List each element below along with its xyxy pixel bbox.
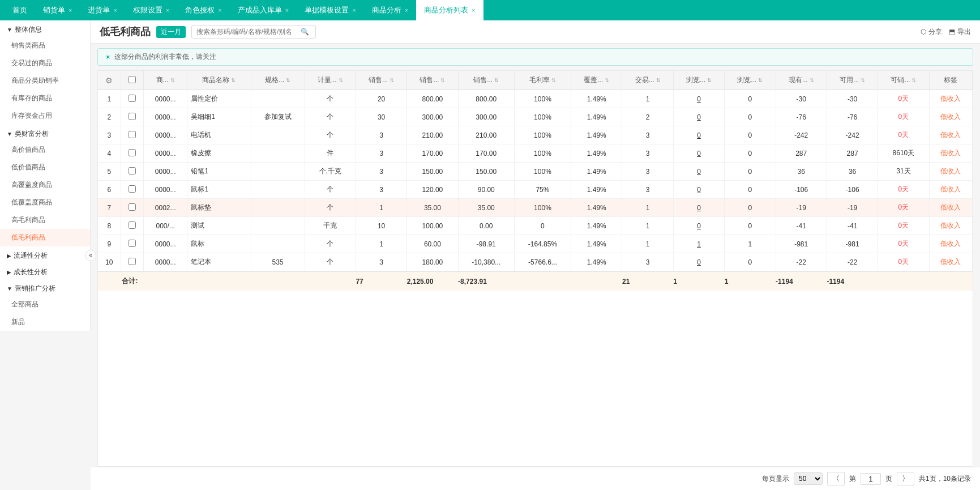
settings-icon[interactable]: ⚙ bbox=[105, 76, 113, 85]
nav-role-auth[interactable]: 角色授权 × bbox=[177, 0, 229, 20]
row-view1[interactable]: 0 bbox=[673, 108, 724, 126]
row-view1[interactable]: 0 bbox=[673, 126, 724, 144]
row-no: 5 bbox=[98, 163, 121, 181]
row-checkbox[interactable] bbox=[129, 185, 136, 193]
row-checkbox-cell[interactable] bbox=[121, 181, 143, 199]
col-unit[interactable]: 计量...⇅ bbox=[305, 71, 356, 90]
sidebar-item-category-rate[interactable]: 商品分类助销率 bbox=[0, 72, 90, 90]
nav-close-icon[interactable]: × bbox=[218, 7, 221, 14]
row-checkbox[interactable] bbox=[129, 258, 136, 265]
data-table-wrapper[interactable]: ⚙ 商...⇅ 商品名称⇅ 规格...⇅ bbox=[97, 70, 973, 467]
next-page-button[interactable]: 〉 bbox=[897, 472, 914, 485]
nav-close-icon[interactable]: × bbox=[285, 7, 289, 14]
row-checkbox[interactable] bbox=[129, 240, 136, 247]
sidebar-group-overall[interactable]: ▼ 整体信息 bbox=[0, 20, 90, 37]
row-view1[interactable]: 0 bbox=[673, 144, 724, 163]
page-number-input[interactable] bbox=[861, 473, 881, 485]
sidebar-item-low-coverage[interactable]: 低覆盖度商品 bbox=[0, 194, 90, 211]
filter-period-button[interactable]: 近一月 bbox=[156, 26, 186, 38]
row-checkbox[interactable] bbox=[129, 203, 136, 211]
row-checkbox[interactable] bbox=[129, 113, 136, 120]
col-sales-price[interactable]: 销售...⇅ bbox=[407, 71, 458, 90]
search-input[interactable] bbox=[196, 28, 298, 36]
sidebar-collapse-button[interactable]: « bbox=[85, 250, 96, 261]
col-available[interactable]: 可用...⇅ bbox=[827, 71, 878, 90]
col-tag[interactable]: 标签 bbox=[929, 71, 972, 90]
col-code[interactable]: 商...⇅ bbox=[143, 71, 187, 90]
sidebar-item-stocked-products[interactable]: 有库存的商品 bbox=[0, 90, 90, 107]
row-view1[interactable]: 1 bbox=[673, 235, 724, 253]
total-trade: 21 bbox=[622, 271, 673, 291]
col-current-stock[interactable]: 现有...⇅ bbox=[776, 71, 827, 90]
sidebar-item-traded-products[interactable]: 交易过的商品 bbox=[0, 54, 90, 72]
row-checkbox[interactable] bbox=[129, 167, 136, 174]
row-view1[interactable]: 0 bbox=[673, 217, 724, 235]
search-icon[interactable]: 🔍 bbox=[301, 28, 309, 36]
row-checkbox-cell[interactable] bbox=[121, 199, 143, 217]
row-view1[interactable]: 0 bbox=[673, 199, 724, 217]
export-button[interactable]: ⬒ 导出 bbox=[949, 27, 971, 37]
nav-close-icon[interactable]: × bbox=[405, 7, 408, 14]
row-checkbox-cell[interactable] bbox=[121, 217, 143, 235]
row-checkbox-cell[interactable] bbox=[121, 144, 143, 163]
nav-purchase-order[interactable]: 进货单 × bbox=[80, 0, 125, 20]
nav-sales-order[interactable]: 销货单 × bbox=[35, 0, 80, 20]
checkbox-col-header[interactable] bbox=[121, 71, 143, 90]
sidebar-group-circulation[interactable]: ▶ 流通性分析 bbox=[0, 246, 90, 263]
row-checkbox-cell[interactable] bbox=[121, 90, 143, 108]
nav-close-icon[interactable]: × bbox=[69, 7, 72, 14]
row-checkbox-cell[interactable] bbox=[121, 126, 143, 144]
nav-close-icon[interactable]: × bbox=[113, 7, 117, 14]
row-checkbox[interactable] bbox=[129, 131, 136, 138]
sidebar-group-wealth[interactable]: ▼ 类财富分析 bbox=[0, 125, 90, 141]
col-view1[interactable]: 浏览...⇅ bbox=[673, 71, 724, 90]
row-view1[interactable]: 0 bbox=[673, 181, 724, 199]
row-view1[interactable]: 0 bbox=[673, 163, 724, 181]
nav-close-icon[interactable]: × bbox=[472, 7, 475, 14]
nav-product-analysis-list[interactable]: 商品分析列表 × bbox=[416, 0, 483, 20]
row-checkbox-cell[interactable] bbox=[121, 108, 143, 126]
sidebar-group-marketing[interactable]: ▼ 营销推广分析 bbox=[0, 279, 90, 296]
prev-page-button[interactable]: 〈 bbox=[827, 472, 845, 485]
row-checkbox[interactable] bbox=[129, 149, 136, 156]
col-gross-rate[interactable]: 毛利率⇅ bbox=[514, 71, 571, 90]
select-all-checkbox[interactable] bbox=[129, 76, 136, 83]
nav-close-icon[interactable]: × bbox=[352, 7, 356, 14]
sidebar-group-growth[interactable]: ▶ 成长性分析 bbox=[0, 263, 90, 279]
nav-product-entry[interactable]: 产成品入库单 × bbox=[230, 0, 297, 20]
nav-home[interactable]: 首页 bbox=[5, 0, 35, 20]
settings-col-header[interactable]: ⚙ bbox=[98, 71, 121, 90]
row-checkbox-cell[interactable] bbox=[121, 253, 143, 272]
col-trade[interactable]: 交易...⇅ bbox=[622, 71, 673, 90]
nav-product-analysis[interactable]: 商品分析 × bbox=[364, 0, 416, 20]
table-row: 7 0002... 鼠标垫 个 1 35.00 35.00 100% 1.49%… bbox=[98, 199, 973, 217]
col-sales-amount[interactable]: 销售...⇅ bbox=[458, 71, 514, 90]
row-view1[interactable]: 0 bbox=[673, 253, 724, 272]
col-view2[interactable]: 浏览...⇅ bbox=[725, 71, 776, 90]
nav-permissions[interactable]: 权限设置 × bbox=[125, 0, 177, 20]
sidebar-item-low-value[interactable]: 低价值商品 bbox=[0, 159, 90, 176]
sidebar-item-sales-products[interactable]: 销售类商品 bbox=[0, 37, 90, 54]
row-checkbox[interactable] bbox=[129, 95, 136, 102]
col-spec[interactable]: 规格...⇅ bbox=[251, 71, 305, 90]
sidebar-item-all-products[interactable]: 全部商品 bbox=[0, 296, 90, 313]
col-sales-qty[interactable]: 销售...⇅ bbox=[356, 71, 406, 90]
row-available: -76 bbox=[827, 108, 878, 126]
nav-template-settings[interactable]: 单据模板设置 × bbox=[297, 0, 363, 20]
nav-close-icon[interactable]: × bbox=[166, 7, 169, 14]
col-sellable[interactable]: 可销...⇅ bbox=[878, 71, 929, 90]
per-page-select[interactable]: 50 100 bbox=[794, 472, 823, 485]
col-name[interactable]: 商品名称⇅ bbox=[187, 71, 251, 90]
sidebar-item-high-coverage[interactable]: 高覆盖度商品 bbox=[0, 176, 90, 194]
row-checkbox-cell[interactable] bbox=[121, 235, 143, 253]
row-checkbox-cell[interactable] bbox=[121, 163, 143, 181]
share-button[interactable]: ⬡ 分享 bbox=[921, 27, 942, 37]
sidebar-item-stock-capital[interactable]: 库存资金占用 bbox=[0, 107, 90, 125]
sidebar-item-high-value[interactable]: 高价值商品 bbox=[0, 141, 90, 159]
row-view1[interactable]: 0 bbox=[673, 90, 724, 108]
sidebar-item-new-products[interactable]: 新品 bbox=[0, 313, 90, 331]
sidebar-item-high-margin[interactable]: 高毛利商品 bbox=[0, 211, 90, 229]
col-coverage[interactable]: 覆盖...⇅ bbox=[571, 71, 622, 90]
row-checkbox[interactable] bbox=[129, 221, 136, 229]
sidebar-item-low-margin[interactable]: 低毛利商品 bbox=[0, 229, 90, 246]
